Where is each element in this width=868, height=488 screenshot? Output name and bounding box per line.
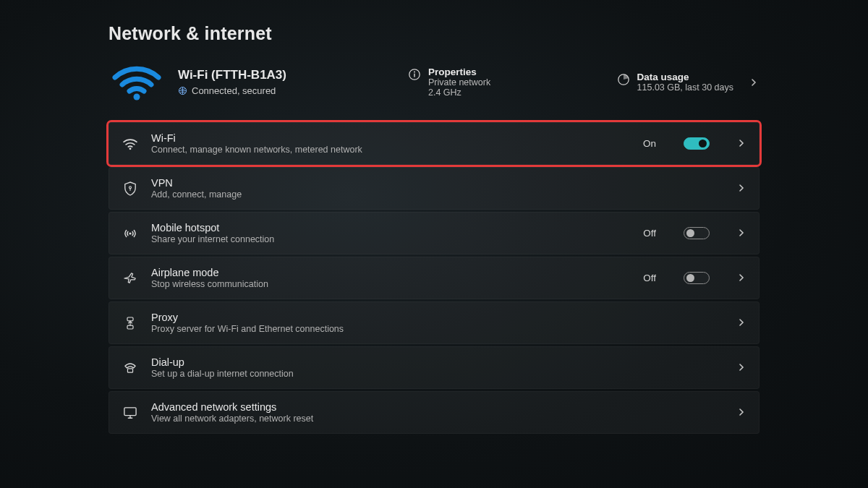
item-title: Airplane mode (151, 267, 631, 278)
connection-status: Connected, secured (192, 85, 276, 96)
svg-point-6 (129, 147, 132, 150)
properties-label: Properties (428, 67, 490, 77)
monitor-icon (121, 406, 140, 419)
status-row: Wi-Fi (FTTH-B1A3) Connected, secured Pro… (109, 61, 760, 102)
globe-icon (178, 86, 187, 95)
chevron-right-icon (749, 77, 760, 87)
svg-rect-10 (127, 325, 133, 329)
item-subtitle: Add, connect, manage (151, 189, 726, 200)
wifi-toggle[interactable] (684, 137, 710, 150)
dialup-item[interactable]: Dial-up Set up a dial-up internet connec… (109, 346, 760, 389)
chevron-right-icon (737, 406, 746, 419)
wifi-icon (121, 137, 140, 150)
chevron-right-icon (737, 317, 746, 330)
svg-rect-9 (127, 317, 133, 321)
svg-point-7 (129, 186, 132, 188)
data-usage-icon (617, 73, 630, 86)
chevron-right-icon (737, 227, 746, 240)
hotspot-icon (121, 228, 140, 239)
chevron-right-icon (737, 182, 746, 195)
shield-icon (121, 181, 140, 196)
properties-button[interactable]: Properties Private network 2.4 GHz (408, 67, 604, 98)
wifi-item[interactable]: Wi-Fi Connect, manage known networks, me… (109, 122, 760, 165)
item-title: VPN (151, 177, 726, 189)
item-title: Mobile hotspot (151, 222, 631, 234)
airplane-icon (121, 272, 140, 285)
proxy-icon (121, 316, 140, 330)
vpn-item[interactable]: VPN Add, connect, manage (109, 167, 760, 210)
item-title: Dial-up (151, 356, 726, 368)
advanced-network-item[interactable]: Advanced network settings View all netwo… (109, 391, 760, 434)
svg-point-3 (414, 71, 415, 72)
data-usage-label: Data usage (637, 72, 733, 82)
dialup-icon (121, 362, 140, 374)
airplane-toggle[interactable] (684, 272, 710, 284)
chevron-right-icon (737, 137, 746, 150)
hotspot-toggle[interactable] (684, 227, 710, 239)
svg-rect-12 (124, 407, 136, 415)
info-icon (408, 68, 421, 81)
item-subtitle: Connect, manage known networks, metered … (151, 145, 631, 155)
hotspot-state-label: Off (643, 228, 656, 239)
svg-point-8 (129, 232, 131, 234)
svg-rect-11 (127, 368, 132, 372)
item-title: Advanced network settings (151, 401, 726, 413)
connection-info: Wi-Fi (FTTH-B1A3) Connected, secured (178, 68, 395, 96)
item-subtitle: Proxy server for Wi-Fi and Ethernet conn… (151, 324, 726, 334)
airplane-state-label: Off (643, 273, 656, 283)
properties-band: 2.4 GHz (428, 87, 490, 98)
connection-name: Wi-Fi (FTTH-B1A3) (178, 68, 395, 82)
chevron-right-icon (737, 272, 746, 285)
wifi-large-icon (109, 61, 165, 102)
chevron-right-icon (737, 361, 746, 374)
settings-list: Wi-Fi Connect, manage known networks, me… (109, 122, 760, 434)
properties-network-type: Private network (428, 77, 490, 87)
svg-rect-4 (414, 73, 414, 77)
item-title: Wi-Fi (151, 132, 631, 144)
mobile-hotspot-item[interactable]: Mobile hotspot Share your internet conne… (109, 212, 760, 254)
item-subtitle: Stop wireless communication (151, 279, 631, 289)
airplane-mode-item[interactable]: Airplane mode Stop wireless communicatio… (109, 257, 760, 299)
page-title: Network & internet (109, 23, 760, 44)
svg-point-0 (134, 94, 140, 100)
item-subtitle: Share your internet connection (151, 234, 631, 244)
data-usage-detail: 115.03 GB, last 30 days (637, 82, 733, 93)
data-usage-button[interactable]: Data usage 115.03 GB, last 30 days (617, 72, 760, 93)
proxy-item[interactable]: Proxy Proxy server for Wi-Fi and Etherne… (109, 301, 760, 344)
item-subtitle: Set up a dial-up internet connection (151, 369, 726, 379)
item-subtitle: View all network adapters, network reset (151, 414, 726, 424)
item-title: Proxy (151, 312, 726, 323)
wifi-state-label: On (643, 138, 656, 149)
